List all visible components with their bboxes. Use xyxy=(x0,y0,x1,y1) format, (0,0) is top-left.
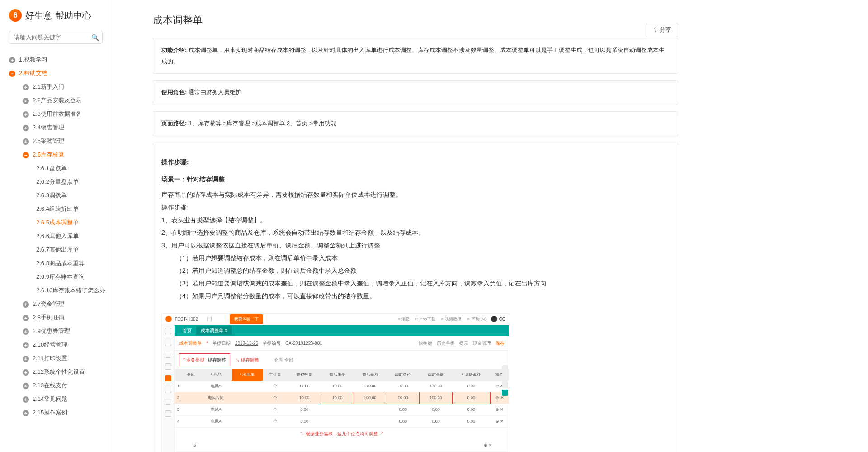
nav-item[interactable]: 2.10经营管理 xyxy=(9,338,112,352)
ss-org: TEST-H002 xyxy=(175,315,198,324)
ss-header-link[interactable]: ⊙ 消息 xyxy=(397,315,410,323)
ss-col-header: 调前单价 xyxy=(387,369,420,381)
nav-item[interactable]: 2.12系统个性化设置 xyxy=(9,365,112,379)
ss-table-row[interactable]: 4电风A个0.000.000.000.00⊕ ✕ xyxy=(175,416,509,428)
expand-icon[interactable] xyxy=(23,138,29,145)
nav-item-label: 2.6.6其他入库单 xyxy=(36,233,79,239)
ss-active-module-icon[interactable] xyxy=(165,375,171,381)
nav-item-label: 2.9优惠券管理 xyxy=(33,328,70,334)
expand-icon[interactable] xyxy=(9,57,15,63)
collapse-icon[interactable] xyxy=(23,152,29,158)
ss-biztype-field[interactable]: * 业务类型 结存调整 xyxy=(179,353,230,366)
nav-item-label: 2.6.9库存账本查询 xyxy=(36,273,85,280)
ss-toolbar-link[interactable]: 快捷键 xyxy=(419,339,432,347)
ss-table-row[interactable]: 5⊕ ✕ xyxy=(175,440,509,452)
nav-item[interactable]: 2.6库存核算 xyxy=(9,148,112,162)
nav-item-label: 2.2产品安装及登录 xyxy=(33,97,82,104)
nav-item[interactable]: 2.8手机旺铺 xyxy=(9,311,112,324)
nav-item[interactable]: 2.9优惠券管理 xyxy=(9,324,112,338)
nav-item[interactable]: 2.13在线支付 xyxy=(9,379,112,392)
nav-item[interactable]: 2.5采购管理 xyxy=(9,134,112,148)
ss-toolbar-link[interactable]: 现金管理 xyxy=(473,339,491,347)
nav-item[interactable]: 2.6.6其他入库单 xyxy=(9,229,112,243)
ss-col-header: 主计量 xyxy=(263,369,288,381)
role-box: 使用角色:通常由财务人员维护 xyxy=(153,80,678,105)
expand-icon[interactable] xyxy=(23,84,29,90)
ss-table-row[interactable]: 1电风A个17.0010.00170.0010.00170.000.00⊕ ✕ xyxy=(175,381,509,392)
ss-col-header: 调后单价 xyxy=(321,369,354,381)
expand-icon[interactable] xyxy=(23,111,29,118)
nav-item[interactable]: 2.15操作案例 xyxy=(9,406,112,419)
ss-col-header: * 调整金额 xyxy=(452,369,490,381)
expand-icon[interactable] xyxy=(23,315,29,321)
intro-box: 功能介绍:成本调整单，用来实现对商品结存成本的调整，以及针对具体的出入库单进行成… xyxy=(153,38,678,74)
nav-item[interactable]: 2.11打印设置 xyxy=(9,352,112,365)
embedded-screenshot: TEST-H002 我要体验一下 ⊙ 消息⊙ App下载⊙ 视频教程⊙ 帮助中心… xyxy=(161,313,509,452)
ss-toolbar-link[interactable]: 历史单据 xyxy=(437,339,455,347)
nav-item-label: 2.11打印设置 xyxy=(33,355,67,362)
nav-item-label: 2.13在线支付 xyxy=(33,382,67,389)
nav-item-label: 2.3使用前数据准备 xyxy=(33,110,82,117)
expand-icon[interactable] xyxy=(23,356,29,362)
ss-biztype-annotation: ↘ 结存调整 xyxy=(235,357,259,362)
expand-icon[interactable] xyxy=(23,328,29,335)
expand-icon[interactable] xyxy=(23,98,29,104)
ss-tab-cost[interactable]: 成本调整单 × xyxy=(196,326,232,335)
share-button[interactable]: ⇪ 分享 xyxy=(646,23,678,37)
ss-header-link[interactable]: ⊙ 视频教程 xyxy=(441,315,462,323)
ss-toolbar-link[interactable]: 保存 xyxy=(495,339,505,347)
ss-experience-button[interactable]: 我要体验一下 xyxy=(230,314,263,324)
role-label: 使用角色: xyxy=(161,89,187,95)
expand-icon[interactable] xyxy=(23,301,29,308)
ss-form-title: 成本调整单 xyxy=(179,339,202,347)
expand-icon[interactable] xyxy=(23,396,29,403)
nav-item-label: 2.8手机旺铺 xyxy=(33,314,64,321)
intro-label: 功能介绍: xyxy=(161,47,187,53)
nav-item[interactable]: 2.6.7其他出库单 xyxy=(9,243,112,257)
nav-item[interactable]: 2.3使用前数据准备 xyxy=(9,107,112,121)
search-icon[interactable]: 🔍 xyxy=(91,34,99,41)
nav-item-label: 2.6.4组装拆卸单 xyxy=(36,205,79,212)
nav-item[interactable]: 2.帮助文档 xyxy=(9,67,112,80)
ss-col-header xyxy=(175,369,182,381)
nav-item[interactable]: 2.6.8商品成本重算 xyxy=(9,257,112,270)
collapse-icon[interactable] xyxy=(9,71,15,77)
nav-item[interactable]: 2.6.3调拨单 xyxy=(9,189,112,202)
ss-header-link[interactable]: ⊙ 帮助中心 xyxy=(467,315,487,323)
search-input[interactable] xyxy=(9,31,103,44)
nav-item[interactable]: 2.6.9库存账本查询 xyxy=(9,270,112,284)
ss-toolbar-link[interactable]: 提示 xyxy=(459,339,468,347)
nav-item[interactable]: 2.2产品安装及登录 xyxy=(9,94,112,107)
nav-item[interactable]: 2.4销售管理 xyxy=(9,121,112,134)
ss-home-icon xyxy=(207,317,212,321)
ss-table-row[interactable]: 3电风A个0.000.000.000.00⊕ ✕ xyxy=(175,404,509,416)
substep-2: （2）若用户知道调整总的结存金额，则在调后金额中录入总金额 xyxy=(161,264,670,277)
expand-icon[interactable] xyxy=(23,125,29,131)
ss-header-link[interactable]: ⊙ App下载 xyxy=(415,315,435,323)
step-3: 3、用户可以根据调整依据直接在调后单价、调后金额、调整金额列上进行调整 xyxy=(161,239,670,252)
substep-3: （3）若用户知道要调增或调减的成本差值，则在调整金额中录入差值，调增录入正值，记… xyxy=(161,277,670,290)
ss-table-row[interactable]: 2电风A 同个10.0010.00100.0010.00100.000.00⊕ … xyxy=(175,392,509,404)
share-icon: ⇪ xyxy=(653,26,658,33)
ss-col-header: * 商品 xyxy=(200,369,232,381)
nav-item[interactable]: 1.视频学习 xyxy=(9,53,112,67)
nav-item[interactable]: 2.6.2分量盘点单 xyxy=(9,175,112,189)
expand-icon[interactable] xyxy=(23,410,29,416)
expand-icon[interactable] xyxy=(23,383,29,389)
expand-icon[interactable] xyxy=(23,342,29,348)
nav-item[interactable]: 2.7资金管理 xyxy=(9,297,112,311)
ss-iconbar xyxy=(162,325,175,452)
nav-item[interactable]: 2.6.10库存账本错了怎么办 xyxy=(9,284,112,297)
nav-item[interactable]: 2.14常见问题 xyxy=(9,392,112,406)
nav-item[interactable]: 2.6.4组装拆卸单 xyxy=(9,202,112,216)
ss-tab-home[interactable]: 首页 xyxy=(178,326,196,335)
nav-item-label: 2.帮助文档 xyxy=(19,70,47,76)
nav-item[interactable]: 2.1新手入门 xyxy=(9,80,112,94)
expand-icon[interactable] xyxy=(23,369,29,376)
nav-item[interactable]: 2.6.5成本调整单 xyxy=(9,216,112,229)
step-2: 2、在明细中选择要调整的商品及仓库，系统会自动带出结存数量和结存金额，以及结存成… xyxy=(161,226,670,239)
nav-item[interactable]: 2.6.1盘点单 xyxy=(9,162,112,175)
ss-username: CC xyxy=(499,315,505,324)
nav-item-label: 2.14常见问题 xyxy=(33,395,67,402)
main-content: 成本调整单 ⇪ 分享 功能介绍:成本调整单，用来实现对商品结存成本的调整，以及针… xyxy=(112,0,678,452)
